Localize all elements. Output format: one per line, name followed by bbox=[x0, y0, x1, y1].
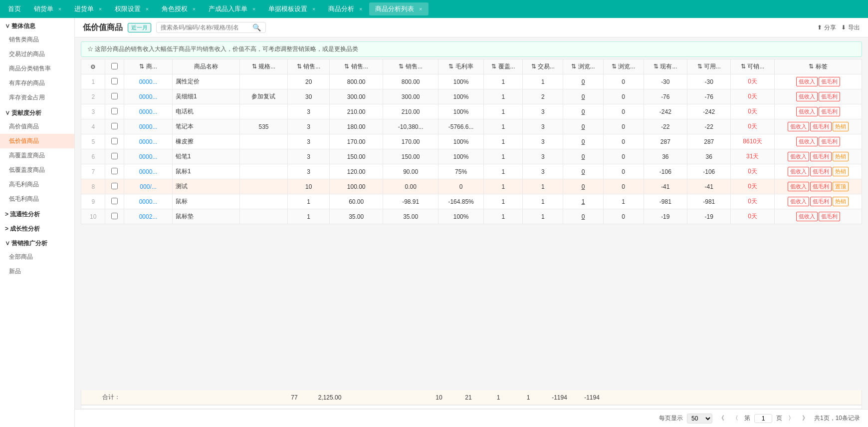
nav-analysis[interactable]: 商品分析 × bbox=[322, 2, 368, 15]
pv-link[interactable]: 0 bbox=[582, 153, 585, 160]
nav-analysis-list[interactable]: 商品分析列表 × bbox=[369, 2, 428, 15]
pv-link[interactable]: 0 bbox=[582, 78, 585, 85]
row-checkbox[interactable] bbox=[111, 198, 118, 204]
sidebar-group-contribution[interactable]: ∨ 贡献度分析 bbox=[0, 105, 74, 119]
row-check[interactable] bbox=[105, 74, 124, 89]
close-icon[interactable]: × bbox=[146, 6, 149, 12]
search-input[interactable] bbox=[161, 24, 250, 31]
col-checkbox[interactable] bbox=[105, 59, 124, 74]
col-spec-header[interactable]: ⇅ 规格... bbox=[239, 59, 288, 74]
sidebar-item-category-sales[interactable]: 商品分类销售率 bbox=[0, 61, 74, 76]
row-checkbox[interactable] bbox=[111, 93, 118, 99]
col-name-header[interactable]: 商品名称 bbox=[172, 59, 239, 74]
nav-purchase[interactable]: 进货单 × bbox=[68, 2, 108, 15]
page-size-select[interactable]: 50 20 100 bbox=[687, 414, 712, 424]
pv-link[interactable]: 0 bbox=[582, 108, 585, 115]
close-icon[interactable]: × bbox=[312, 6, 315, 12]
last-page-button[interactable]: 》 bbox=[800, 413, 810, 424]
close-icon[interactable]: × bbox=[58, 6, 61, 12]
sidebar-item-stock-capital[interactable]: 库存资金占用 bbox=[0, 90, 74, 105]
sidebar-item-high-margin[interactable]: 高毛利商品 bbox=[0, 177, 74, 192]
search-icon[interactable]: 🔍 bbox=[252, 23, 261, 31]
pv-link[interactable]: 0 bbox=[582, 183, 585, 190]
row-pv[interactable]: 0 bbox=[563, 74, 604, 89]
row-check[interactable] bbox=[105, 209, 124, 224]
horizontal-scrollbar[interactable] bbox=[81, 405, 862, 409]
row-checkbox[interactable] bbox=[111, 138, 118, 144]
nav-home[interactable]: 首页 bbox=[2, 2, 27, 15]
sidebar-item-all-products[interactable]: 全部商品 bbox=[0, 250, 74, 264]
sidebar-group-flow[interactable]: > 流通性分析 bbox=[0, 206, 74, 221]
nav-product[interactable]: 产成品入库单 × bbox=[203, 2, 261, 15]
row-check[interactable] bbox=[105, 149, 124, 164]
row-check[interactable] bbox=[105, 179, 124, 194]
row-pv[interactable]: 0 bbox=[563, 119, 604, 134]
pv-link[interactable]: 0 bbox=[582, 138, 585, 145]
row-check[interactable] bbox=[105, 164, 124, 179]
col-amount-header[interactable]: ⇅ 销售... bbox=[329, 59, 383, 74]
sidebar-item-low-coverage[interactable]: 低覆盖度商品 bbox=[0, 163, 74, 177]
col-profit-header[interactable]: ⇅ 销售... bbox=[383, 59, 438, 74]
select-all-checkbox[interactable] bbox=[111, 63, 118, 69]
row-pv[interactable]: 0 bbox=[563, 179, 604, 194]
sidebar-item-high-coverage[interactable]: 高覆盖度商品 bbox=[0, 148, 74, 163]
row-pv[interactable]: 0 bbox=[563, 104, 604, 119]
row-pv[interactable]: 0 bbox=[563, 209, 604, 224]
pv-link[interactable]: 1 bbox=[582, 198, 585, 205]
next-page-button[interactable]: 〉 bbox=[786, 413, 796, 424]
col-pv-header[interactable]: ⇅ 浏览... bbox=[563, 59, 604, 74]
col-pv-cust-header[interactable]: ⇅ 浏览... bbox=[603, 59, 644, 74]
sidebar-item-low-value[interactable]: 低价值商品 bbox=[0, 134, 74, 148]
col-trade-header[interactable]: ⇅ 交易... bbox=[523, 59, 563, 74]
page-number-input[interactable] bbox=[754, 414, 772, 423]
first-page-button[interactable]: 《 bbox=[716, 413, 726, 424]
date-badge[interactable]: 近一月 bbox=[128, 23, 151, 32]
col-qty-header[interactable]: ⇅ 销售... bbox=[288, 59, 329, 74]
row-checkbox[interactable] bbox=[111, 78, 118, 84]
share-button[interactable]: ⬆ 分享 bbox=[817, 23, 836, 32]
col-inv-days-header[interactable]: ⇅ 可销... bbox=[731, 59, 774, 74]
sidebar-item-high-value[interactable]: 高价值商品 bbox=[0, 119, 74, 134]
col-tags-header[interactable]: ⇅ 标签 bbox=[774, 59, 862, 74]
table-container[interactable]: ⚙ ⇅ 商... 商品名称 ⇅ 规格... ⇅ 销售... ⇅ 销售... ⇅ … bbox=[81, 59, 862, 390]
pv-link[interactable]: 0 bbox=[582, 168, 585, 175]
close-icon[interactable]: × bbox=[99, 6, 102, 12]
row-checkbox[interactable] bbox=[111, 123, 118, 129]
pv-link[interactable]: 0 bbox=[582, 93, 585, 100]
sidebar-group-marketing[interactable]: ∨ 营销推广分析 bbox=[0, 235, 74, 250]
export-button[interactable]: ⬇ 导出 bbox=[841, 23, 860, 32]
row-checkbox[interactable] bbox=[111, 168, 118, 174]
row-pv[interactable]: 1 bbox=[563, 194, 604, 209]
prev-page-button[interactable]: 〈 bbox=[730, 413, 740, 424]
row-checkbox[interactable] bbox=[111, 213, 118, 219]
row-check[interactable] bbox=[105, 194, 124, 209]
col-coverage-header[interactable]: ⇅ 覆盖... bbox=[484, 59, 523, 74]
sidebar-group-growth[interactable]: > 成长性分析 bbox=[0, 221, 74, 235]
close-icon[interactable]: × bbox=[419, 6, 422, 12]
nav-template[interactable]: 单据模板设置 × bbox=[262, 2, 321, 15]
col-inv-avail-header[interactable]: ⇅ 可用... bbox=[687, 59, 731, 74]
nav-permission[interactable]: 权限设置 × bbox=[109, 2, 155, 15]
row-pv[interactable]: 0 bbox=[563, 134, 604, 149]
row-check[interactable] bbox=[105, 104, 124, 119]
col-margin-header[interactable]: ⇅ 毛利率 bbox=[438, 59, 484, 74]
sidebar-item-with-stock[interactable]: 有库存的商品 bbox=[0, 76, 74, 90]
row-checkbox[interactable] bbox=[111, 108, 118, 114]
row-pv[interactable]: 0 bbox=[563, 149, 604, 164]
search-box[interactable]: 🔍 bbox=[156, 22, 266, 33]
row-checkbox[interactable] bbox=[111, 183, 118, 189]
row-checkbox[interactable] bbox=[111, 153, 118, 159]
sidebar-group-overall[interactable]: ∨ 整体信息 bbox=[0, 18, 74, 32]
row-check[interactable] bbox=[105, 89, 124, 104]
row-check[interactable] bbox=[105, 134, 124, 149]
nav-role[interactable]: 角色授权 × bbox=[156, 2, 202, 15]
close-icon[interactable]: × bbox=[359, 6, 362, 12]
close-icon[interactable]: × bbox=[193, 6, 196, 12]
close-icon[interactable]: × bbox=[252, 6, 255, 12]
col-code-header[interactable]: ⇅ 商... bbox=[124, 59, 173, 74]
row-check[interactable] bbox=[105, 119, 124, 134]
nav-sales[interactable]: 销货单 × bbox=[28, 2, 67, 15]
row-pv[interactable]: 0 bbox=[563, 89, 604, 104]
sidebar-item-traded[interactable]: 交易过的商品 bbox=[0, 47, 74, 61]
col-inv-cur-header[interactable]: ⇅ 现有... bbox=[644, 59, 687, 74]
